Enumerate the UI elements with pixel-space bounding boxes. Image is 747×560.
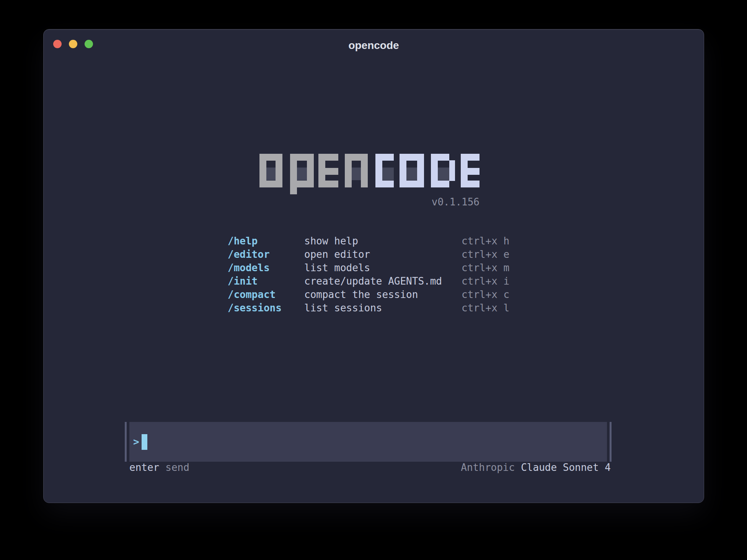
input-right-edge bbox=[610, 422, 612, 462]
command-name: /models bbox=[228, 261, 304, 275]
command-row-init[interactable]: /init create/update AGENTS.md ctrl+x i bbox=[228, 275, 572, 288]
command-row-models[interactable]: /models list models ctrl+x m bbox=[228, 261, 572, 275]
command-description: list sessions bbox=[304, 301, 462, 315]
command-description: create/update AGENTS.md bbox=[304, 275, 462, 288]
command-name: /init bbox=[228, 275, 304, 288]
prompt-symbol: > bbox=[133, 436, 139, 448]
status-bar: enter send Anthropic Claude Sonnet 4 bbox=[129, 461, 611, 474]
command-shortcut: ctrl+x c bbox=[462, 288, 509, 301]
prompt-input[interactable]: > bbox=[129, 422, 607, 462]
window-title: opencode bbox=[44, 40, 704, 51]
command-description: show help bbox=[304, 234, 462, 248]
text-cursor bbox=[142, 434, 147, 450]
command-name: /editor bbox=[228, 248, 304, 261]
command-name: /help bbox=[228, 234, 304, 248]
command-shortcut: ctrl+x l bbox=[462, 301, 509, 315]
model-provider-label: Anthropic bbox=[461, 461, 515, 474]
command-row-sessions[interactable]: /sessions list sessions ctrl+x l bbox=[228, 301, 572, 315]
keybinding-hint: enter send bbox=[129, 461, 189, 474]
input-left-edge bbox=[125, 422, 127, 462]
command-shortcut: ctrl+x e bbox=[462, 248, 509, 261]
command-list: /help show help ctrl+x h /editor open ed… bbox=[228, 234, 572, 315]
enter-key-label: enter bbox=[129, 461, 159, 474]
command-description: list models bbox=[304, 261, 462, 275]
command-shortcut: ctrl+x m bbox=[462, 261, 509, 275]
model-name-label: Claude Sonnet 4 bbox=[521, 461, 611, 474]
command-shortcut: ctrl+x i bbox=[462, 275, 509, 288]
command-description: compact the session bbox=[304, 288, 462, 301]
command-row-compact[interactable]: /compact compact the session ctrl+x c bbox=[228, 288, 572, 301]
version-label: v0.1.156 bbox=[259, 195, 480, 209]
command-row-editor[interactable]: /editor open editor ctrl+x e bbox=[228, 248, 572, 261]
model-indicator[interactable]: Anthropic Claude Sonnet 4 bbox=[461, 461, 611, 474]
command-row-help[interactable]: /help show help ctrl+x h bbox=[228, 234, 572, 248]
command-name: /compact bbox=[228, 288, 304, 301]
command-shortcut: ctrl+x h bbox=[462, 234, 509, 248]
send-action-label: send bbox=[165, 461, 189, 474]
opencode-window: opencode bbox=[43, 29, 704, 503]
command-description: open editor bbox=[304, 248, 462, 261]
command-name: /sessions bbox=[228, 301, 304, 315]
logo-word-open bbox=[259, 154, 368, 194]
opencode-logo bbox=[259, 154, 480, 194]
